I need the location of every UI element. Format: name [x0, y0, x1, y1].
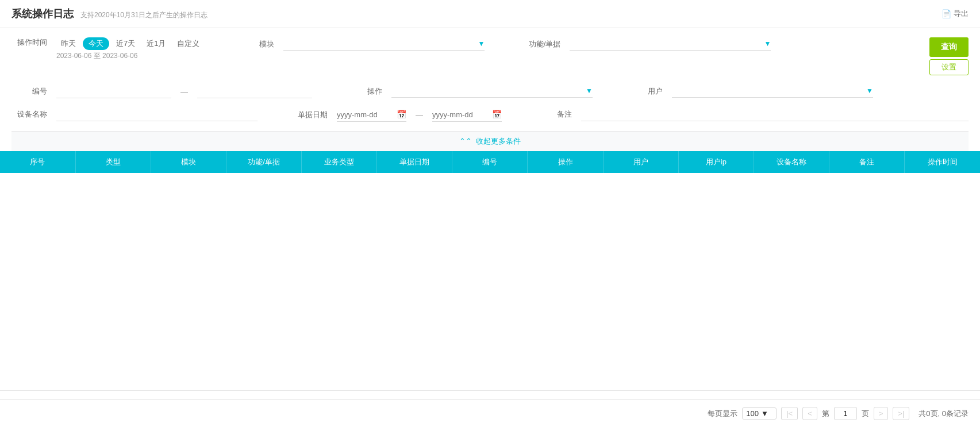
remark-label: 备注 [536, 109, 577, 120]
module-dropdown-icon: ▼ [478, 40, 485, 48]
table-header: 序号类型模块功能/单据业务类型单据日期编号操作用户用户ip设备名称备注操作时间 [0, 151, 980, 173]
last-page-button[interactable]: >| [893, 407, 909, 420]
first-page-button[interactable]: |< [781, 407, 798, 420]
time-range: 2023-06-06 至 2023-06-06 [56, 51, 204, 61]
page-unit: 页 [862, 409, 869, 419]
table-col-操作: 操作 [528, 151, 603, 173]
table-col-设备名称: 设备名称 [754, 151, 829, 173]
module-select[interactable]: ▼ [283, 37, 485, 51]
calendar-from-icon[interactable]: 📅 [397, 110, 406, 119]
table-body [0, 173, 980, 345]
table-col-序号: 序号 [0, 151, 75, 173]
device-label: 设备名称 [11, 109, 52, 120]
user-label: 用户 [627, 86, 667, 97]
doc-date-to-wrap: 📅 [432, 107, 502, 122]
settings-button[interactable]: 设置 [929, 59, 969, 75]
export-icon: 📄 [941, 9, 951, 18]
number-from-input[interactable] [56, 84, 171, 98]
table-col-用户ip: 用户ip [678, 151, 754, 173]
per-page-label: 每页显示 [708, 409, 737, 419]
per-page-value: 100 [746, 409, 759, 418]
collapse-icon: ⌃⌃ [459, 137, 472, 145]
export-label: 导出 [954, 9, 969, 19]
table-header-row: 序号类型模块功能/单据业务类型单据日期编号操作用户用户ip设备名称备注操作时间 [0, 151, 980, 173]
prev-page-button[interactable]: < [802, 407, 817, 420]
empty-row [0, 173, 980, 345]
device-input[interactable] [56, 107, 258, 121]
calendar-to-icon[interactable]: 📅 [492, 110, 502, 119]
page-label: 第 [822, 409, 829, 419]
table-col-单据日期: 单据日期 [377, 151, 452, 173]
collapse-label: 收起更多条件 [476, 137, 521, 145]
page-subtitle: 支持2020年10月31日之后产生的操作日志 [80, 10, 207, 20]
doc-date-to-input[interactable] [432, 110, 490, 119]
pagination-bar: 每页显示 100 ▼ |< < 第 1 页 > >| 共0页, 0条记录 [0, 399, 980, 427]
page-number-input[interactable]: 1 [834, 407, 857, 420]
operation-dropdown-icon: ▼ [586, 87, 593, 95]
doc-date-from-input[interactable] [337, 110, 394, 119]
time-btn-custom[interactable]: 自定义 [172, 37, 204, 50]
per-page-select[interactable]: 100 ▼ [742, 407, 777, 420]
operation-label: 操作 [347, 86, 387, 97]
per-page-dropdown-icon: ▼ [761, 409, 768, 418]
data-table: 序号类型模块功能/单据业务类型单据日期编号操作用户用户ip设备名称备注操作时间 [0, 151, 980, 345]
table-col-编号: 编号 [452, 151, 528, 173]
operation-select[interactable]: ▼ [391, 84, 593, 98]
horizontal-scrollbar[interactable] [0, 390, 980, 399]
collapse-bar[interactable]: ⌃⌃ 收起更多条件 [11, 131, 969, 151]
number-dash: — [176, 87, 193, 96]
doc-date-dash: — [411, 110, 428, 119]
feature-label: 功能/单据 [519, 39, 565, 49]
doc-date-from-wrap: 📅 [337, 107, 406, 122]
time-btn-1month[interactable]: 近1月 [142, 37, 170, 50]
table-col-类型: 类型 [75, 151, 151, 173]
module-label: 模块 [239, 39, 279, 49]
feature-dropdown-icon: ▼ [764, 40, 771, 48]
table-col-备注: 备注 [829, 151, 905, 173]
query-button[interactable]: 查询 [929, 37, 969, 57]
time-btn-7days[interactable]: 近7天 [112, 37, 140, 50]
user-select[interactable]: ▼ [672, 84, 873, 98]
number-to-input[interactable] [197, 84, 312, 98]
number-label: 编号 [11, 86, 52, 97]
total-info: 共0页, 0条记录 [918, 409, 969, 419]
time-label: 操作时间 [11, 37, 52, 48]
next-page-button[interactable]: > [874, 407, 889, 420]
time-btn-today[interactable]: 今天 [83, 37, 109, 50]
table-col-业务类型: 业务类型 [302, 151, 377, 173]
feature-select[interactable]: ▼ [570, 37, 771, 51]
table-col-操作时间: 操作时间 [905, 151, 980, 173]
table-col-模块: 模块 [151, 151, 226, 173]
table-col-用户: 用户 [603, 151, 678, 173]
time-btn-yesterday[interactable]: 昨天 [56, 37, 80, 50]
doc-date-label: 单据日期 [292, 110, 332, 120]
export-button[interactable]: 📄 导出 [941, 9, 969, 19]
page-title: 系统操作日志 [11, 7, 74, 21]
remark-input[interactable] [581, 107, 969, 121]
user-dropdown-icon: ▼ [866, 87, 873, 95]
table-col-功能/单据: 功能/单据 [226, 151, 301, 173]
